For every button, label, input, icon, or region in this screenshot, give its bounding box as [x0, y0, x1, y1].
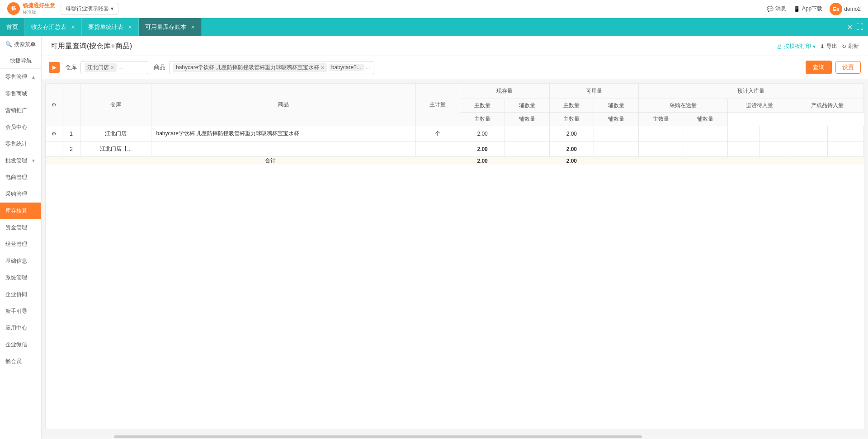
org-selector[interactable]: 母婴行业演示账套 ▾ — [61, 3, 118, 15]
filter-actions: 查询 设置 — [806, 61, 861, 74]
summary-label-cell — [46, 157, 80, 165]
product-label: 商品 — [154, 63, 165, 71]
scrollbar-area — [42, 434, 868, 439]
app-download-button[interactable]: 📱 App下载 — [793, 5, 822, 13]
logo: 畅 畅捷通好生意 标准版 — [7, 2, 55, 15]
logo-icon: 畅 — [7, 2, 20, 15]
cell-ip-aux — [760, 142, 791, 157]
sidebar-item-finance-mgmt[interactable]: 资金管理 — [0, 219, 41, 236]
tab-order-stats-close[interactable]: ✕ — [128, 24, 132, 30]
refresh-button[interactable]: ↻ 刷新 — [842, 42, 859, 50]
page-actions: 🖨 按模板打印 ▾ ⬇ 导出 ↻ 刷新 — [777, 42, 859, 50]
warehouse-tag-close[interactable]: ✕ — [110, 65, 114, 70]
sidebar-item-basic-info[interactable]: 基础信息 — [0, 253, 41, 269]
col-pt-aux: 辅数量 — [505, 113, 549, 126]
tab-recv[interactable]: 收发存汇总表 ✕ — [25, 18, 82, 36]
settings-button[interactable]: 设置 — [835, 61, 861, 74]
warehouse-input[interactable]: 江北门店 ✕ ... — [80, 61, 148, 74]
sidebar-item-retail-stats[interactable]: 零售统计 — [0, 136, 41, 152]
cell-avail-aux — [594, 126, 639, 142]
top-bar-left: 畅 畅捷通好生意 标准版 母婴行业演示账套 ▾ — [7, 2, 118, 15]
table-row: 2 江北门店【... 2.00 2.00 — [46, 142, 864, 157]
cell-unit — [415, 142, 460, 157]
horizontal-scrollbar-thumb[interactable] — [114, 435, 642, 438]
sidebar-item-wholesale-mgmt[interactable]: 批发管理 ▼ — [0, 152, 41, 169]
sidebar-item-inventory[interactable]: 库存核算 — [0, 203, 41, 219]
product-filter-group: 商品 babycare学饮杯 儿童防摔防撞吸管杯重力球吸嘴杯宝宝水杯 ✕ bab… — [154, 61, 374, 74]
tab-available-stock-close[interactable]: ✕ — [191, 24, 195, 30]
cell-current-main: 2.00 — [460, 142, 505, 157]
sidebar-search[interactable]: 🔍 搜索菜单 — [0, 36, 41, 53]
col-current-aux: 辅数量 — [505, 99, 549, 113]
cell-num: 1 — [62, 126, 80, 142]
page-title: 可用量查询(按仓库+商品) — [51, 42, 132, 51]
col-warehouse: 仓库 — [80, 84, 151, 126]
col-product-pending: 产成品待入量 — [791, 99, 864, 113]
chevron-icon: ▲ — [31, 75, 36, 80]
cell-current-aux — [505, 142, 549, 157]
tab-window-buttons: ✕ ⛶ — [842, 18, 868, 36]
close-window-icon[interactable]: ✕ — [847, 23, 853, 32]
cell-pt-main — [638, 142, 683, 157]
cell-ip-aux — [760, 126, 791, 142]
filter-expand-button[interactable]: ▶ — [49, 62, 60, 73]
sidebar-item-app-center[interactable]: 应用中心 — [0, 320, 41, 336]
col-planned-inbound: 预计入库量 — [638, 84, 863, 99]
sidebar-item-system-mgmt[interactable]: 系统管理 — [0, 269, 41, 286]
cell-current-main: 2.00 — [460, 126, 505, 142]
export-button[interactable]: ⬇ 导出 — [820, 42, 837, 50]
sidebar-item-new-guide[interactable]: 新手引导 — [0, 303, 41, 320]
print-button[interactable]: 🖨 按模板打印 ▾ — [777, 42, 816, 50]
content-area: 可用量查询(按仓库+商品) 🖨 按模板打印 ▾ ⬇ 导出 ↻ 刷新 — [42, 36, 868, 439]
product-input[interactable]: babycare学饮杯 儿童防摔防撞吸管杯重力球吸嘴杯宝宝水杯 ✕ babyca… — [169, 61, 374, 74]
sidebar-item-marketing[interactable]: 营销推广 — [0, 102, 41, 119]
col-purchase-transit: 采购在途量 — [638, 99, 727, 113]
cell-product — [151, 142, 415, 157]
sidebar-item-retail-mall[interactable]: 零售商城 — [0, 85, 41, 102]
cell-unit: 个 — [415, 126, 460, 142]
col-inbound-pending: 进货待入量 — [727, 99, 791, 113]
data-table: ⚙ 仓库 商品 主计量 现存量 可用量 预计入库量 主数量 辅数量 主数量 辅数… — [46, 83, 864, 165]
sidebar-item-retail-mgmt[interactable]: 零售管理 ▲ — [0, 69, 41, 85]
message-button[interactable]: 💬 消息 — [767, 5, 786, 13]
sidebar-item-member[interactable]: 畅会员 — [0, 353, 41, 370]
product-tag1-close[interactable]: ✕ — [321, 65, 324, 70]
top-bar: 畅 畅捷通好生意 标准版 母婴行业演示账套 ▾ 💬 消息 📱 App下载 Ea … — [0, 0, 868, 18]
sidebar-item-enterprise-collab[interactable]: 企业协同 — [0, 286, 41, 303]
message-icon: 💬 — [767, 6, 774, 12]
query-button[interactable]: 查询 — [806, 61, 832, 74]
user-profile[interactable]: Ea demo2 — [830, 3, 861, 15]
app-icon: 📱 — [793, 6, 800, 12]
table-body: ⚙ 1 江北门店 babycare学饮杯 儿童防摔防撞吸管杯重力球吸嘴杯宝宝水杯… — [46, 126, 864, 157]
sidebar-item-ecommerce-mgmt[interactable]: 电商管理 — [0, 169, 41, 186]
main-layout: 🔍 搜索菜单 快捷导航 零售管理 ▲ 零售商城 营销推广 会员中心 零售统计 批… — [0, 36, 868, 439]
tab-home[interactable]: 首页 — [0, 18, 25, 36]
sidebar: 🔍 搜索菜单 快捷导航 零售管理 ▲ 零售商城 营销推广 会员中心 零售统计 批… — [0, 36, 42, 439]
sidebar-item-operations-mgmt[interactable]: 经营管理 — [0, 236, 41, 253]
cell-gear[interactable] — [46, 142, 62, 157]
cell-pp-main — [791, 126, 827, 142]
maximize-icon[interactable]: ⛶ — [856, 23, 863, 31]
tab-recv-close[interactable]: ✕ — [71, 24, 75, 30]
cell-gear[interactable]: ⚙ — [46, 126, 62, 142]
table-container: ⚙ 仓库 商品 主计量 现存量 可用量 预计入库量 主数量 辅数量 主数量 辅数… — [45, 83, 864, 430]
sidebar-quick-nav[interactable]: 快捷导航 — [0, 53, 41, 69]
cell-avail-main: 2.00 — [549, 126, 594, 142]
cell-pp-aux — [827, 142, 863, 157]
summary-row: 合计 2.00 2.00 — [46, 157, 864, 165]
tab-available-stock[interactable]: 可用量库存账本 ✕ — [139, 18, 202, 36]
table-footer: 合计 2.00 2.00 — [46, 157, 864, 165]
sidebar-item-purchase-mgmt[interactable]: 采购管理 — [0, 186, 41, 203]
sidebar-item-enterprise-wechat[interactable]: 企业微信 — [0, 336, 41, 353]
search-icon: 🔍 — [5, 41, 12, 47]
cell-current-aux — [505, 126, 549, 142]
sidebar-item-member-center[interactable]: 会员中心 — [0, 119, 41, 136]
refresh-icon: ↻ — [842, 43, 846, 50]
avatar: Ea — [830, 3, 842, 15]
col-pp-main: 主数量 — [638, 113, 683, 126]
tab-order-stats[interactable]: 要货单统计表 ✕ — [82, 18, 139, 36]
chevron-down-icon: ▼ — [31, 158, 36, 163]
cell-avail-aux — [594, 142, 639, 157]
top-bar-right: 💬 消息 📱 App下载 Ea demo2 — [767, 3, 861, 15]
col-available: 可用量 — [549, 84, 638, 99]
